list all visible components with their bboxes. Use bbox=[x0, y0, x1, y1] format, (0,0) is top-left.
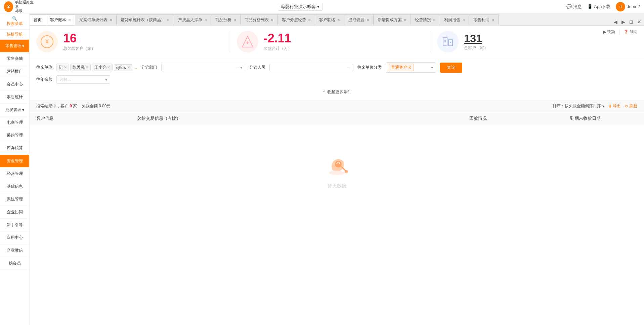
tab-customer-ledger[interactable]: 客户账本 ✕ bbox=[46, 14, 75, 25]
tab-profit-report[interactable]: 利润报告 ✕ bbox=[440, 14, 469, 25]
tab-prev-button[interactable]: ◀ bbox=[612, 19, 619, 25]
stat-total-customers: ¥ 16 总欠款客户（家） bbox=[36, 31, 230, 52]
help-button[interactable]: ❓ 帮助 bbox=[624, 29, 637, 35]
tab-business-situation[interactable]: 经营情况 ✕ bbox=[411, 14, 440, 25]
page-content: ¥ 16 总欠款客户（家） ✦ bbox=[30, 26, 644, 325]
tab-goods-stats[interactable]: 进货单统计表（按商品） ✕ bbox=[117, 14, 174, 25]
filter-person-select[interactable]: ··· bbox=[269, 64, 353, 71]
sidebar-item-ecommerce[interactable]: 电商管理 bbox=[0, 116, 29, 129]
sidebar-search[interactable]: 🔍 搜索菜单 bbox=[0, 13, 29, 30]
tab-promotion-settings[interactable]: 提成设置 ✕ bbox=[344, 14, 374, 25]
stat-info-customers: 16 总欠款客户（家） bbox=[63, 32, 95, 51]
stat-total-customers-value: 16 bbox=[63, 32, 95, 44]
table-area: 客户信息 欠款交易信息（占比） 回款情况 到期未收款日期 bbox=[30, 112, 644, 325]
sort-selector[interactable]: 排序：按欠款金额倒序排序 ▾ bbox=[553, 103, 604, 109]
chevron-down-icon: ▾ bbox=[431, 65, 433, 70]
messages-button[interactable]: 💬 消息 bbox=[566, 4, 582, 10]
col-header-customer-info: 客户信息 bbox=[36, 115, 137, 121]
sidebar-item-operations[interactable]: 经营管理 bbox=[0, 168, 29, 180]
svg-point-12 bbox=[345, 170, 348, 173]
tab-close-goods-stats[interactable]: ✕ bbox=[167, 18, 170, 22]
tab-controls: ◀ ▶ ⊡ ✕ bbox=[611, 19, 644, 25]
avatar: d bbox=[616, 2, 625, 11]
tab-next-button[interactable]: ▶ bbox=[620, 19, 627, 25]
sidebar-item-basic-info[interactable]: 基础信息 bbox=[0, 180, 29, 193]
sidebar-item-enterprise-wechat[interactable]: 企业微信 bbox=[0, 244, 29, 257]
stat-info-total: 131 总客户（家） bbox=[464, 33, 488, 51]
empty-label: 暂无数据 bbox=[328, 183, 346, 189]
sidebar-item-inventory[interactable]: 库存核算 bbox=[0, 142, 29, 155]
sidebar-item-retail-management[interactable]: 零售管理 ▾ bbox=[0, 40, 29, 52]
export-button[interactable]: ⬇ 导出 bbox=[608, 103, 621, 109]
tab-close-profit-report[interactable]: ✕ bbox=[462, 18, 465, 22]
tab-bar: 首页 客户账本 ✕ 采购订单统计表 ✕ 进货单统计表（按商品） ✕ 产成品入库单… bbox=[30, 13, 644, 26]
tab-close-promotion-settings[interactable]: ✕ bbox=[367, 18, 369, 22]
filter-more-button[interactable]: ... bbox=[134, 65, 137, 70]
company-selector[interactable]: 母婴行业演示帐套 ▾ bbox=[278, 3, 323, 11]
sidebar-item-vip[interactable]: 畅会员 bbox=[0, 257, 29, 270]
filter-tag-chen-close[interactable]: ✕ bbox=[86, 66, 88, 69]
sidebar: 🔍 搜索菜单 快捷导航 零售管理 ▾ 零售商城 营销推广 会员中心 零售统计 批… bbox=[0, 13, 30, 325]
tab-production-inbound[interactable]: 产成品入库单 ✕ bbox=[174, 14, 211, 25]
tab-close-production-inbound[interactable]: ✕ bbox=[204, 18, 207, 22]
app-download-button[interactable]: 📱 App下载 bbox=[587, 4, 610, 10]
tab-product-analysis[interactable]: 商品分析 ✕ bbox=[211, 14, 241, 25]
category-tag-close[interactable]: ✕ bbox=[408, 65, 412, 70]
sidebar-item-system[interactable]: 系统管理 bbox=[0, 193, 29, 206]
tab-close-all-button[interactable]: ✕ bbox=[636, 19, 643, 25]
filter-remainder-select[interactable]: 选择... ▾ bbox=[56, 75, 110, 84]
filter-dept-select[interactable]: ··· ▾ bbox=[161, 64, 245, 71]
sidebar-item-wholesale-management[interactable]: 批发管理 ▾ bbox=[0, 104, 29, 116]
tab-close-purchase-order-stats[interactable]: ✕ bbox=[110, 18, 112, 22]
sidebar-item-retail-stats[interactable]: 零售统计 bbox=[0, 91, 29, 104]
sidebar-item-member-center[interactable]: 会员中心 bbox=[0, 78, 29, 91]
tab-home[interactable]: 首页 bbox=[30, 14, 46, 25]
svg-rect-7 bbox=[450, 42, 451, 43]
tab-close-customer-segment[interactable]: ✕ bbox=[308, 18, 311, 22]
tab-purchase-order-stats[interactable]: 采购订单统计表 ✕ bbox=[75, 14, 117, 25]
filter-category-select[interactable]: 普通客户 ✕ ▾ bbox=[386, 62, 436, 73]
sidebar-item-capital[interactable]: 资金管理 bbox=[0, 155, 29, 168]
svg-text:✦: ✦ bbox=[246, 40, 250, 45]
refresh-button[interactable]: ↻ 刷新 bbox=[625, 103, 637, 109]
collapse-button[interactable]: ⌃ 收起更多条件 bbox=[318, 88, 355, 96]
filter-tag-wang-close[interactable]: ✕ bbox=[108, 66, 110, 69]
sidebar-item-retail-mall[interactable]: 零售商城 bbox=[0, 52, 29, 65]
user-avatar-button[interactable]: d demo2 bbox=[616, 2, 640, 11]
sidebar-item-purchase[interactable]: 采购管理 bbox=[0, 129, 29, 142]
tab-close-business-situation[interactable]: ✕ bbox=[433, 18, 436, 22]
sidebar-item-marketing-promo[interactable]: 营销推广 bbox=[0, 65, 29, 78]
category-tag: 普通客户 ✕ bbox=[389, 64, 414, 71]
stat-icon-total bbox=[437, 31, 459, 52]
filter-tag-wang: 王小亮 ✕ bbox=[92, 64, 113, 71]
filter-tag-cjttcw-close[interactable]: ✕ bbox=[127, 66, 130, 69]
tab-customer-segment[interactable]: 客户分层经营 ✕ bbox=[278, 14, 315, 25]
tab-expand-button[interactable]: ⊡ bbox=[628, 19, 635, 25]
tab-close-customer-ledger[interactable]: ✕ bbox=[68, 18, 71, 22]
svg-rect-6 bbox=[444, 40, 446, 42]
filter-tag-wu: 伍 ✕ bbox=[56, 64, 69, 71]
tab-customer-contact[interactable]: 客户联络 ✕ bbox=[315, 14, 344, 25]
tab-close-retail-profit[interactable]: ✕ bbox=[491, 18, 494, 22]
sidebar-item-new-guide[interactable]: 新手引导 bbox=[0, 219, 29, 231]
sidebar-quick-nav[interactable]: 快捷导航 bbox=[0, 30, 29, 40]
video-button[interactable]: ▶ 视频 bbox=[603, 29, 615, 35]
tab-close-customer-contact[interactable]: ✕ bbox=[337, 18, 340, 22]
tab-close-product-analysis-list[interactable]: ✕ bbox=[271, 18, 273, 22]
svg-point-9 bbox=[335, 161, 342, 168]
tab-add-achievement[interactable]: 新增提成方案 ✕ bbox=[374, 14, 411, 25]
filter-tag-wu-close[interactable]: ✕ bbox=[64, 66, 67, 69]
query-button[interactable]: 查询 bbox=[440, 63, 462, 73]
tab-close-product-analysis[interactable]: ✕ bbox=[233, 18, 236, 22]
tab-retail-profit[interactable]: 零售利润 ✕ bbox=[469, 14, 499, 25]
chevron-down-icon: ▾ bbox=[317, 4, 319, 9]
tab-product-analysis-list[interactable]: 商品分析列表 ✕ bbox=[241, 14, 278, 25]
sidebar-item-app-center[interactable]: 应用中心 bbox=[0, 231, 29, 244]
results-bar: 搜索结果中，客户 0 家 欠款金额 0.00元 排序：按欠款金额倒序排序 ▾ ⬇… bbox=[30, 101, 644, 112]
stat-info-overdue: -2.11 欠款合计（万） bbox=[264, 32, 292, 51]
tab-close-add-achievement[interactable]: ✕ bbox=[404, 18, 406, 22]
stat-total-label: 总客户（家） bbox=[464, 45, 488, 51]
main-layout: 🔍 搜索菜单 快捷导航 零售管理 ▾ 零售商城 营销推广 会员中心 零售统计 批… bbox=[0, 13, 644, 325]
sidebar-item-enterprise-coop[interactable]: 企业协同 bbox=[0, 206, 29, 219]
stats-row: ¥ 16 总欠款客户（家） ✦ bbox=[30, 26, 644, 58]
